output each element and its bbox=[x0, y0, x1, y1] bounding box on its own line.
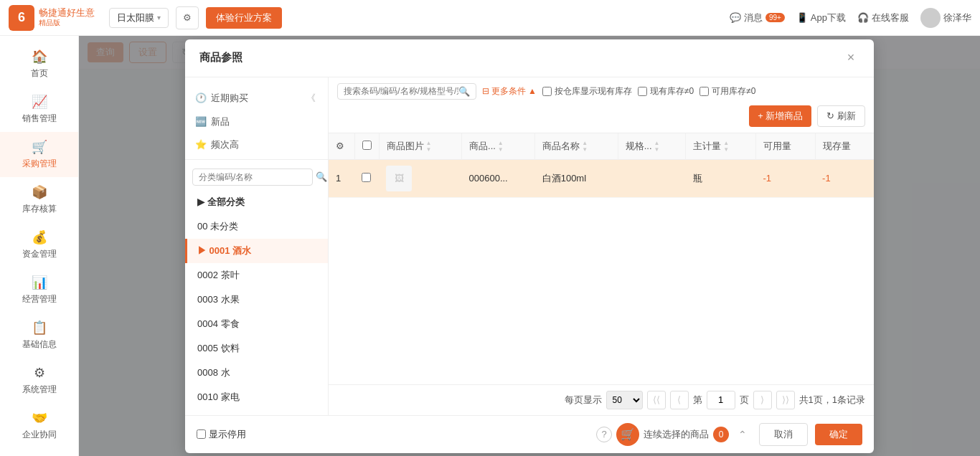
col-code[interactable]: 商品... ▲▼ bbox=[462, 133, 535, 160]
category-search-input[interactable] bbox=[192, 168, 313, 186]
product-table-wrap: ⚙ 商品图片 ▲▼ bbox=[329, 133, 874, 384]
user-profile-item[interactable]: 徐泽华 bbox=[920, 8, 971, 28]
col-name[interactable]: 商品名称 ▲▼ bbox=[535, 133, 618, 160]
category-item-0005[interactable]: 0005 饮料 bbox=[185, 336, 328, 361]
layout: 🏠 首页 📈 销售管理 🛒 采购管理 📦 库存核算 💰 资金管理 📊 经营管理 … bbox=[0, 36, 980, 456]
purchase-icon: 🛒 bbox=[32, 139, 47, 155]
category-item-0008[interactable]: 0008 水 bbox=[185, 361, 328, 385]
last-page-button[interactable]: ⟩⟩ bbox=[776, 391, 795, 409]
collapse-icon: ⌃ bbox=[738, 429, 747, 440]
category-item-0003[interactable]: 0003 水果 bbox=[185, 288, 328, 312]
existing-stock-checkbox-label[interactable]: 现有库存≠0 bbox=[638, 85, 694, 98]
show-disabled-checkbox-label[interactable]: 显示停用 bbox=[197, 428, 246, 441]
modal-left-panel: 🕐 近期购买 《 🆕 新品 ⭐ bbox=[185, 77, 329, 415]
add-product-button[interactable]: + 新增商品 bbox=[749, 105, 811, 127]
sidebar-item-sales[interactable]: 📈 销售管理 bbox=[0, 87, 78, 132]
quick-item-recent[interactable]: 🕐 近期购买 《 bbox=[185, 86, 328, 110]
select-all-checkbox[interactable] bbox=[362, 141, 372, 150]
col-unit[interactable]: 主计量 ▲▼ bbox=[686, 133, 756, 160]
sidebar-item-system[interactable]: ⚙ 系统管理 bbox=[0, 358, 78, 403]
all-category-label: 全部分类 bbox=[207, 196, 245, 209]
sidebar-item-basic-info[interactable]: 📋 基础信息 bbox=[0, 313, 78, 358]
product-search-input[interactable] bbox=[344, 86, 458, 96]
per-page-select[interactable]: 10 20 50 100 bbox=[606, 391, 643, 409]
quick-item-freq[interactable]: ⭐ 频次高 bbox=[185, 133, 328, 156]
next-page-button[interactable]: ⟩ bbox=[753, 391, 772, 409]
shop-selector[interactable]: 日太阳膜 ▾ bbox=[109, 8, 169, 28]
sidebar-label-basic-info: 基础信息 bbox=[22, 338, 57, 351]
nav-right: 💬 消息 99+ 📱 App下载 🎧 在线客服 徐泽华 bbox=[730, 8, 971, 28]
cart-icon-button[interactable]: 🛒 bbox=[616, 423, 639, 446]
warehouse-checkbox-label[interactable]: 按仓库显示现有库存 bbox=[542, 85, 632, 98]
selected-count-badge: 0 bbox=[713, 427, 729, 442]
product-search-icon[interactable]: 🔍 bbox=[458, 86, 470, 97]
col-image[interactable]: 商品图片 ▲▼ bbox=[379, 133, 462, 160]
cart-area: ? 🛒 连续选择的商品 0 ⌃ bbox=[596, 423, 752, 446]
category-search-row: 🔍 bbox=[185, 164, 328, 190]
sidebar-item-finance[interactable]: 💰 资金管理 bbox=[0, 222, 78, 267]
category-item-00[interactable]: 00 未分类 bbox=[185, 214, 328, 239]
pagination: 每页显示 10 20 50 100 ⟨⟨ ⟨ 第 页 bbox=[329, 384, 874, 415]
prev-page-button[interactable]: ⟨ bbox=[670, 391, 689, 409]
cancel-button[interactable]: 取消 bbox=[759, 423, 808, 446]
sidebar-item-collab[interactable]: 🤝 企业协同 bbox=[0, 403, 78, 448]
col-spec[interactable]: 规格... ▲▼ bbox=[618, 133, 686, 160]
help-icon[interactable]: ? bbox=[596, 427, 612, 442]
message-icon: 💬 bbox=[730, 12, 741, 23]
logo-icon: 6 bbox=[9, 5, 34, 31]
footer-collapse-button[interactable]: ⌃ bbox=[733, 425, 752, 444]
recent-collapse-icon[interactable]: 《 bbox=[303, 91, 318, 105]
show-disabled-checkbox[interactable] bbox=[197, 429, 206, 439]
quick-item-new[interactable]: 🆕 新品 bbox=[185, 110, 328, 133]
cat-0002-label: 0002 茶叶 bbox=[197, 270, 240, 280]
avatar bbox=[920, 8, 941, 28]
sidebar-item-inventory[interactable]: 📦 库存核算 bbox=[0, 177, 78, 222]
page-input[interactable] bbox=[707, 391, 735, 409]
online-service-item[interactable]: 🎧 在线客服 bbox=[857, 11, 909, 24]
sales-icon: 📈 bbox=[32, 94, 47, 110]
existing-stock-checkbox[interactable] bbox=[638, 87, 647, 96]
freq-label: 频次高 bbox=[211, 138, 239, 151]
category-item-0004[interactable]: 0004 零食 bbox=[185, 312, 328, 336]
cart-icon: 🛒 bbox=[621, 427, 635, 441]
sidebar-item-business[interactable]: 📊 经营管理 bbox=[0, 267, 78, 313]
available-stock-checkbox-label[interactable]: 可用库存≠0 bbox=[699, 85, 755, 98]
category-search-icon[interactable]: 🔍 bbox=[316, 171, 327, 182]
continuous-label: 连续选择的商品 bbox=[644, 428, 709, 441]
sidebar-item-purchase[interactable]: 🛒 采购管理 bbox=[0, 132, 78, 177]
business-icon: 📊 bbox=[32, 275, 47, 290]
sidebar-label-collab: 企业协同 bbox=[22, 429, 57, 441]
gear-button[interactable]: ⚙ bbox=[176, 6, 199, 29]
modal-close-button[interactable]: × bbox=[842, 49, 859, 67]
sidebar: 🏠 首页 📈 销售管理 🛒 采购管理 📦 库存核算 💰 资金管理 📊 经营管理 … bbox=[0, 36, 79, 456]
image-sort-icon: ▲▼ bbox=[426, 140, 432, 153]
category-item-0010[interactable]: 0010 家电 bbox=[185, 385, 328, 409]
category-item-0002[interactable]: 0002 茶叶 bbox=[185, 263, 328, 288]
try-button[interactable]: 体验行业方案 bbox=[206, 7, 282, 29]
modal-toolbar: 🔍 ⊟ 更多条件 ▲ 按仓库显示现有库存 bbox=[329, 77, 874, 133]
row-checkbox-cell[interactable] bbox=[354, 159, 379, 197]
sidebar-label-purchase: 采购管理 bbox=[22, 158, 57, 170]
confirm-button[interactable]: 确定 bbox=[815, 424, 862, 445]
category-item-0001[interactable]: ▶ 0001 酒水 bbox=[185, 239, 328, 263]
phone-icon: 📱 bbox=[796, 12, 808, 23]
product-table: ⚙ 商品图片 ▲▼ bbox=[329, 133, 874, 198]
table-row[interactable]: 1 🖼 000600... 白酒100ml bbox=[329, 159, 874, 197]
app-download-item[interactable]: 📱 App下载 bbox=[796, 11, 846, 24]
basic-info-icon: 📋 bbox=[32, 320, 47, 336]
filter-more-button[interactable]: ⊟ 更多条件 ▲ bbox=[482, 85, 537, 98]
available-stock-text: 可用库存≠0 bbox=[712, 85, 755, 98]
warehouse-checkbox[interactable] bbox=[542, 87, 552, 96]
sidebar-item-guide[interactable]: 🎯 新手引导 bbox=[0, 448, 78, 456]
freq-icon: ⭐ bbox=[195, 139, 207, 150]
category-item-all[interactable]: ▶ 全部分类 bbox=[185, 190, 328, 214]
refresh-button[interactable]: ↻ 刷新 bbox=[817, 105, 865, 127]
available-stock-checkbox[interactable] bbox=[699, 87, 709, 96]
recent-icon: 🕐 bbox=[195, 92, 207, 103]
row-stock: -1 bbox=[815, 159, 874, 197]
col-settings[interactable]: ⚙ bbox=[329, 133, 354, 160]
row-checkbox[interactable] bbox=[362, 173, 371, 182]
message-nav-item[interactable]: 💬 消息 99+ bbox=[730, 11, 785, 24]
first-page-button[interactable]: ⟨⟨ bbox=[647, 391, 666, 409]
sidebar-item-home[interactable]: 🏠 首页 bbox=[0, 42, 78, 87]
